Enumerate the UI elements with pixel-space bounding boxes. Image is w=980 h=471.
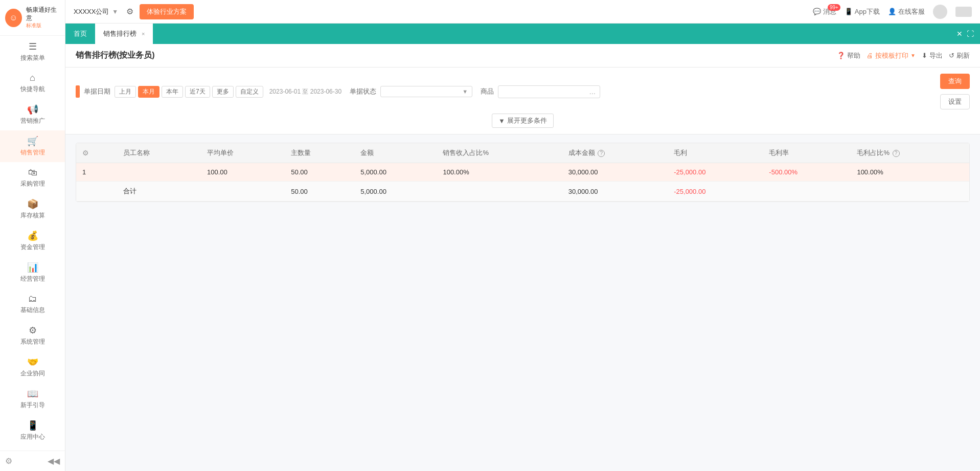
query-button[interactable]: 查询 bbox=[940, 74, 970, 89]
col-qty: 主数量 bbox=[285, 143, 354, 163]
goods-select[interactable]: … bbox=[498, 85, 600, 98]
sidebar-item-label: 销售管理 bbox=[20, 148, 45, 157]
sidebar-item-collab[interactable]: 🤝 企业协同 bbox=[0, 351, 65, 383]
ellipsis-icon: … bbox=[589, 88, 596, 96]
refresh-icon: ↺ bbox=[949, 52, 954, 59]
status-select[interactable]: ▼ bbox=[380, 86, 472, 97]
cell-employee-name bbox=[117, 163, 201, 182]
sidebar-nav: ☰ 搜索菜单 ⌂ 快捷导航 📢 营销推广 🛒 销售管理 🛍 采购管理 📦 库存核… bbox=[0, 36, 65, 451]
logo-text: 畅康通好生意 标准版 bbox=[26, 6, 60, 29]
status-filter: 单据状态 ▼ bbox=[350, 86, 472, 97]
date-filter-label: 单据日期 bbox=[84, 87, 110, 96]
help-button[interactable]: ❓ 帮助 bbox=[837, 51, 860, 60]
table-container: ⚙ 员工名称 平均单价 主数量 金额 销售收入占比% 成本金额 ? 毛利 bbox=[65, 134, 980, 471]
date-btn-7days[interactable]: 近7天 bbox=[185, 86, 210, 98]
avatar[interactable] bbox=[933, 5, 947, 19]
sidebar-item-label: 搜索菜单 bbox=[20, 54, 45, 62]
expand-icon: ▼ bbox=[498, 117, 505, 125]
refresh-button[interactable]: ↺ 刷新 bbox=[949, 51, 970, 60]
orange-indicator[interactable] bbox=[76, 85, 80, 98]
sidebar-item-finance[interactable]: 💰 资金管理 bbox=[0, 225, 65, 257]
tab-home[interactable]: 首页 bbox=[65, 24, 95, 44]
sidebar-item-wechat[interactable]: 💬 企业微信 bbox=[0, 446, 65, 451]
sidebar-item-quicknav[interactable]: ⌂ 快捷导航 bbox=[0, 68, 65, 99]
filter-bar: 单据日期 上月 本月 本年 近7天 更多 自定义 2023-06-01 至 20… bbox=[65, 68, 980, 134]
tab-active-label: 销售排行榜 bbox=[103, 29, 136, 38]
table-row: 1 100.00 50.00 5,000.00 100.00% 30,000.0… bbox=[76, 163, 969, 182]
inventory-icon: 📦 bbox=[27, 198, 38, 210]
app-download-button[interactable]: 📱 App下载 bbox=[845, 7, 880, 16]
close-window-icon[interactable]: ✕ bbox=[956, 30, 963, 38]
sidebar-item-label: 营销推广 bbox=[20, 117, 45, 125]
print-button[interactable]: 🖨 按模板打印 ▼ bbox=[867, 51, 916, 60]
sidebar-item-inventory[interactable]: 📦 库存核算 bbox=[0, 193, 65, 225]
collapse-icon[interactable]: ◀◀ bbox=[48, 456, 60, 466]
page: 销售排行榜(按业务员) ❓ 帮助 🖨 按模板打印 ▼ ⬇ 导出 ↺ 刷新 bbox=[65, 44, 980, 471]
expand-button[interactable]: ▼ 展开更多条件 bbox=[492, 114, 554, 128]
settings-button[interactable]: 设置 bbox=[940, 94, 970, 109]
tabbar: 首页 销售排行榜 × ✕ ⛶ bbox=[65, 24, 980, 44]
chevron-down-icon: ▼ bbox=[112, 8, 118, 15]
sidebar-item-label: 应用中心 bbox=[20, 433, 45, 441]
profit-pct-info-icon[interactable]: ? bbox=[893, 150, 900, 157]
date-btn-custom[interactable]: 自定义 bbox=[236, 86, 263, 98]
help-icon: ❓ bbox=[837, 52, 845, 59]
sidebar-item-purchase[interactable]: 🛍 采购管理 bbox=[0, 162, 65, 193]
col-profit: 毛利 bbox=[668, 143, 763, 163]
settings-bottom-icon[interactable]: ⚙ bbox=[5, 456, 12, 466]
cost-info-icon[interactable]: ? bbox=[598, 150, 605, 157]
table-settings-icon[interactable]: ⚙ bbox=[82, 149, 89, 157]
basic-icon: 🗂 bbox=[28, 294, 37, 304]
sidebar-item-system[interactable]: ⚙ 系统管理 bbox=[0, 320, 65, 351]
goods-filter-label: 商品 bbox=[481, 87, 494, 96]
tab-close-icon[interactable]: × bbox=[142, 31, 145, 37]
company-selector[interactable]: XXXXX公司 ▼ bbox=[74, 7, 118, 16]
footer-empty-4 bbox=[763, 182, 851, 201]
print-icon: 🖨 bbox=[867, 52, 873, 59]
sidebar-item-label: 基础信息 bbox=[20, 306, 45, 315]
footer-empty-5 bbox=[851, 182, 969, 201]
industry-button[interactable]: 体验行业方案 bbox=[140, 4, 194, 19]
message-badge: 99+ bbox=[828, 4, 840, 11]
col-revenue-pct: 销售收入占比% bbox=[437, 143, 562, 163]
footer-cost: 30,000.00 bbox=[562, 182, 668, 201]
sidebar-item-search[interactable]: ☰ 搜索菜单 bbox=[0, 36, 65, 68]
data-table: ⚙ 员工名称 平均单价 主数量 金额 销售收入占比% 成本金额 ? 毛利 bbox=[76, 143, 969, 201]
col-employee: 员工名称 bbox=[117, 143, 201, 163]
collab-icon: 🤝 bbox=[27, 356, 38, 368]
gear-icon[interactable]: ⚙ bbox=[126, 7, 133, 16]
date-filter: 单据日期 上月 本月 本年 近7天 更多 自定义 2023-06-01 至 20… bbox=[76, 85, 341, 98]
cell-rank: 1 bbox=[76, 163, 117, 182]
export-button[interactable]: ⬇ 导出 bbox=[922, 51, 943, 60]
query-area: 查询 设置 bbox=[940, 74, 970, 109]
sidebar-item-guide[interactable]: 📖 新手引导 bbox=[0, 383, 65, 415]
table-wrap: ⚙ 员工名称 平均单价 主数量 金额 销售收入占比% 成本金额 ? 毛利 bbox=[76, 143, 970, 202]
help-label: 帮助 bbox=[847, 51, 860, 60]
sidebar-item-label: 新手引导 bbox=[20, 401, 45, 410]
tabbar-right: ✕ ⛶ bbox=[956, 30, 980, 38]
date-btn-this-year[interactable]: 本年 bbox=[162, 86, 183, 98]
col-profit-pct: 毛利占比% ? bbox=[851, 143, 969, 163]
cell-amount: 5,000.00 bbox=[354, 163, 437, 182]
tab-sales-rank[interactable]: 销售排行榜 × bbox=[95, 24, 153, 44]
sidebar-item-sales[interactable]: 🛒 销售管理 bbox=[0, 130, 65, 162]
online-service-button[interactable]: 👤 在线客服 bbox=[888, 7, 925, 16]
col-cost: 成本金额 ? bbox=[562, 143, 668, 163]
sidebar-item-basic[interactable]: 🗂 基础信息 bbox=[0, 288, 65, 320]
message-button[interactable]: 💬 消息 99+ bbox=[813, 7, 836, 16]
date-btn-more[interactable]: 更多 bbox=[212, 86, 234, 98]
sidebar-item-marketing[interactable]: 📢 营销推广 bbox=[0, 99, 65, 130]
sidebar-item-apps[interactable]: 📱 应用中心 bbox=[0, 415, 65, 446]
date-btn-this-month[interactable]: 本月 bbox=[138, 86, 159, 98]
maximize-icon[interactable]: ⛶ bbox=[967, 30, 974, 38]
footer-profit: -25,000.00 bbox=[668, 182, 763, 201]
sales-icon: 🛒 bbox=[27, 136, 38, 147]
apps-icon: 📱 bbox=[27, 420, 38, 431]
sidebar-item-operations[interactable]: 📊 经营管理 bbox=[0, 257, 65, 288]
guide-icon: 📖 bbox=[27, 388, 38, 399]
date-btn-last-month[interactable]: 上月 bbox=[115, 86, 136, 98]
sidebar-item-label: 经营管理 bbox=[20, 275, 45, 283]
cell-profit-pct: 100.00% bbox=[851, 163, 969, 182]
sidebar: ☺ 畅康通好生意 标准版 ☰ 搜索菜单 ⌂ 快捷导航 📢 营销推广 🛒 销售管理… bbox=[0, 0, 65, 471]
sidebar-item-label: 快捷导航 bbox=[20, 85, 45, 94]
